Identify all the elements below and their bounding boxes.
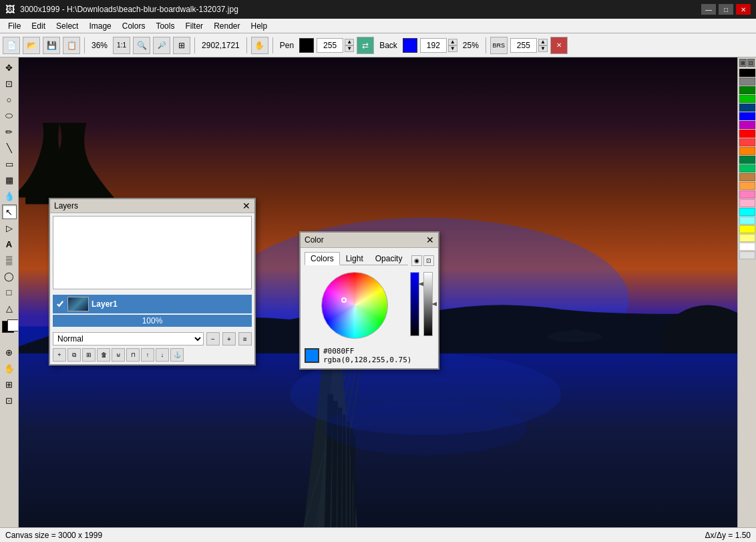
layer-anchor-button[interactable]: ⚓	[170, 348, 184, 362]
tool-fill[interactable]: ▦	[2, 172, 17, 187]
tool-measure[interactable]: ⊞	[2, 377, 17, 392]
blue-slider[interactable]	[410, 272, 421, 339]
copy-button[interactable]: 📋	[63, 37, 80, 54]
tab-colors[interactable]: Colors	[305, 252, 340, 265]
menu-colors[interactable]: Colors	[117, 19, 151, 33]
swatch-green[interactable]	[739, 95, 755, 103]
color-dialog-close-button[interactable]: ✕	[426, 235, 434, 245]
back-color-box[interactable]	[403, 38, 417, 53]
menu-help[interactable]: Help	[245, 19, 272, 33]
maximize-button[interactable]: □	[719, 4, 733, 15]
tool-eyedrop[interactable]: 💧	[2, 188, 17, 203]
opacity-slider[interactable]	[423, 272, 434, 339]
pen-down-button[interactable]: ▼	[345, 45, 354, 52]
swatch-brown[interactable]	[739, 173, 755, 181]
swatch-light-cyan[interactable]	[739, 217, 755, 225]
layer-down-button[interactable]: ↓	[156, 348, 169, 362]
tool-transform[interactable]: ⊡	[2, 393, 17, 408]
current-color-swatch[interactable]	[305, 348, 319, 363]
layer-merge-button[interactable]: ⊎	[112, 348, 125, 362]
zoom-1to1-button[interactable]: 1:1	[113, 37, 130, 54]
swatch-light-red[interactable]	[739, 138, 755, 146]
tool-hand[interactable]: ✋	[2, 361, 17, 376]
layer-item[interactable]: Layer1	[53, 295, 252, 313]
swatch-blue[interactable]	[739, 112, 755, 120]
swap-colors-button[interactable]: ⇄	[357, 37, 374, 54]
menu-image[interactable]: Image	[83, 19, 116, 33]
menu-file[interactable]: File	[3, 19, 26, 33]
tool-circle[interactable]: ◯	[2, 269, 17, 283]
tool-triangle[interactable]: △	[2, 301, 17, 315]
layer-options-button[interactable]: ≡	[238, 332, 252, 346]
menu-filter[interactable]: Filter	[180, 19, 208, 33]
bg-color[interactable]	[7, 319, 19, 331]
swatch-dark-blue[interactable]	[739, 104, 755, 112]
palette-icon1[interactable]: ⊞	[739, 59, 747, 67]
menu-edit[interactable]: Edit	[26, 19, 51, 33]
layers-close-button[interactable]: ✕	[242, 201, 250, 211]
close-button[interactable]: ✕	[736, 4, 751, 15]
swatch-light-orange[interactable]	[739, 182, 755, 190]
back-down-button[interactable]: ▼	[448, 45, 457, 52]
menu-render[interactable]: Render	[208, 19, 245, 33]
tab-opacity[interactable]: Opacity	[369, 252, 409, 265]
grid-button[interactable]: ⊞	[173, 37, 190, 54]
tool-select-ellipse[interactable]: ○	[2, 92, 17, 107]
back-value-input[interactable]	[420, 38, 447, 53]
layer-mode-select[interactable]: Normal Multiply Screen Overlay	[53, 332, 204, 346]
zoom-out-button[interactable]: 🔎	[153, 37, 170, 54]
open-button[interactable]: 📂	[23, 37, 40, 54]
menu-tools[interactable]: Tools	[150, 19, 180, 33]
zoom-in-button[interactable]: 🔍	[133, 37, 150, 54]
pen-value-input[interactable]	[317, 38, 343, 53]
layers-list[interactable]	[53, 216, 252, 289]
swatch-purple[interactable]	[739, 121, 755, 129]
palette-icon2[interactable]: ⊡	[747, 59, 755, 67]
layers-panel-title[interactable]: Layers ✕	[50, 199, 254, 213]
swatch-red[interactable]	[739, 130, 755, 138]
layer-group-button[interactable]: ⊞	[82, 348, 96, 362]
tool-shapes[interactable]: ▷	[2, 221, 17, 235]
color-wheel-icon[interactable]: ◉	[411, 255, 422, 266]
tool-gradient[interactable]: ▒	[2, 253, 17, 267]
new-button[interactable]: 📄	[3, 37, 20, 54]
hand-tool-button[interactable]: ✋	[251, 37, 268, 54]
tool-brush[interactable]: ╲	[2, 140, 17, 155]
color-picker-icon[interactable]: ⊡	[423, 255, 434, 266]
tool-select-lasso[interactable]: ⬭	[2, 108, 17, 123]
tab-light[interactable]: Light	[340, 252, 369, 265]
tool-move[interactable]: ✥	[2, 60, 17, 75]
layer-delete-button[interactable]: 🗑	[97, 348, 110, 362]
layer-visible-checkbox[interactable]	[55, 299, 65, 309]
swatch-medium-green[interactable]	[739, 164, 755, 172]
color-wheel[interactable]	[321, 272, 388, 339]
tool-pencil[interactable]: ✏	[2, 124, 17, 139]
pen-color-box[interactable]	[299, 38, 314, 53]
layer-zoom-in-button[interactable]: +	[222, 332, 236, 346]
swatch-black[interactable]	[739, 69, 755, 77]
layer-merge-all-button[interactable]: ⊓	[126, 348, 140, 362]
swatch-light-gray[interactable]	[739, 251, 755, 259]
color-dialog-title[interactable]: Color ✕	[301, 233, 438, 248]
brush-settings-button[interactable]: BRS	[490, 37, 508, 54]
save-button[interactable]: 💾	[43, 37, 60, 54]
reset-button[interactable]: ✕	[550, 37, 568, 54]
layer-up-button[interactable]: ↑	[141, 348, 154, 362]
swatch-light-pink[interactable]	[739, 199, 755, 207]
tool-eraser[interactable]: ▭	[2, 156, 17, 171]
swatch-cyan[interactable]	[739, 208, 755, 216]
canvas-area[interactable]: Layers ✕ Layer1 100% Normal Multip	[19, 57, 737, 527]
layer-opacity-bar[interactable]: 100%	[53, 315, 252, 327]
swatch-dark-green[interactable]	[739, 86, 755, 94]
swatch-light-yellow[interactable]	[739, 234, 755, 242]
alpha-down-button[interactable]: ▼	[538, 45, 548, 52]
layer-duplicate-button[interactable]: ⧉	[67, 348, 81, 362]
layer-add-button[interactable]: +	[53, 348, 66, 362]
swatch-white[interactable]	[739, 243, 755, 251]
tool-select-rect[interactable]: ⊡	[2, 76, 17, 91]
swatch-pink[interactable]	[739, 190, 755, 198]
tool-rect[interactable]: □	[2, 285, 17, 299]
tool-zoom[interactable]: ⊕	[2, 345, 17, 360]
back-up-button[interactable]: ▲	[448, 39, 457, 45]
layer-zoom-out-button[interactable]: −	[206, 332, 220, 346]
